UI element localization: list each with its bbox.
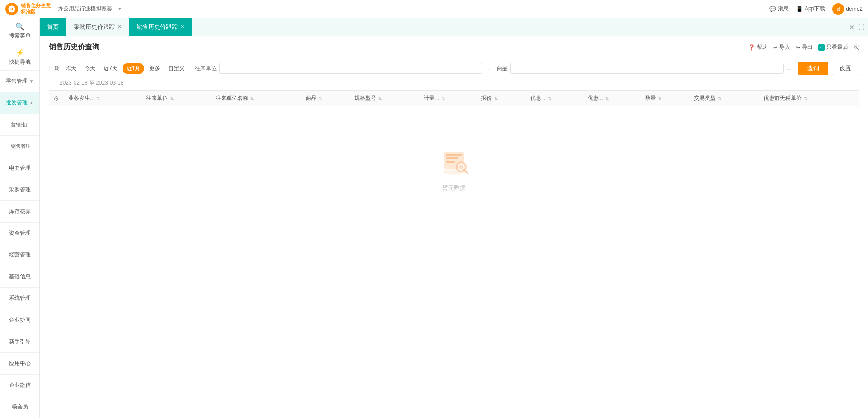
- date-btn-last7[interactable]: 近7天: [100, 63, 121, 74]
- goods-filter-label: 商品: [497, 65, 508, 72]
- help-btn[interactable]: ❓ 帮助: [748, 43, 768, 51]
- table-head: ⚙ 业务发生... ⇅ 往来单位 ⇅ 往来单位名称: [49, 91, 859, 106]
- th-unit[interactable]: 计量... ⇅: [419, 91, 476, 106]
- user-avatar: d: [832, 3, 844, 15]
- sort-arrows-pre-discount: ⇅: [804, 96, 807, 101]
- date-btn-last1m[interactable]: 近1月: [123, 63, 145, 74]
- sort-arrows-quoted: ⇅: [495, 96, 498, 101]
- th-discount1[interactable]: 优惠... ⇅: [526, 91, 583, 106]
- date-filter-btns: 昨天 今天 近7天 近1月 更多 自定义: [62, 63, 188, 74]
- data-table: ⚙ 业务发生... ⇅ 往来单位 ⇅ 往来单位名称: [49, 90, 859, 106]
- sidebar-item-quick-nav[interactable]: ⚡ 快捷导航: [0, 44, 39, 71]
- empty-text: 暂元数据: [442, 184, 466, 192]
- th-pre-discount-price[interactable]: 优惠前无税单价 ⇅: [759, 91, 859, 106]
- page-title: 销售历史价查询: [49, 43, 99, 52]
- th-trade-type[interactable]: 交易类型 ⇅: [689, 91, 759, 106]
- sidebar-item-finance[interactable]: 资金管理: [0, 223, 39, 244]
- sort-arrows-unit: ⇅: [442, 96, 445, 101]
- tab-purchase-history-close[interactable]: ✕: [118, 24, 122, 30]
- sidebar-item-inventory[interactable]: 库存核算: [0, 201, 39, 223]
- empty-svg: [436, 142, 472, 179]
- sidebar-item-system[interactable]: 系统管理: [0, 288, 39, 309]
- sidebar-item-wechat[interactable]: 企业微信: [0, 375, 39, 396]
- sidebar-item-sales-mgmt[interactable]: 销售管理: [0, 136, 39, 157]
- counterpart-input[interactable]: [219, 63, 482, 74]
- counterpart-filter-group: 往来单位 ...: [195, 63, 489, 74]
- date-range-text: 2023-02-18 至 2023-03-18: [60, 79, 123, 87]
- date-btn-more[interactable]: 更多: [146, 63, 163, 74]
- export-btn[interactable]: ↪ 导出: [796, 43, 813, 51]
- sidebar-item-marketing[interactable]: 营销推广: [0, 114, 39, 136]
- sort-arrows-counterpart: ⇅: [170, 96, 174, 101]
- tab-purchase-history[interactable]: 采购历史价跟踪 ✕: [66, 18, 129, 36]
- sidebar-item-ecommerce[interactable]: 电商管理: [0, 157, 39, 179]
- date-filter-label: 日期: [49, 65, 60, 72]
- date-filter-group: 日期 昨天 今天 近7天 近1月 更多 自定义: [49, 63, 188, 74]
- app-download-btn[interactable]: 📱 App下载: [796, 5, 825, 13]
- sidebar-item-app-center[interactable]: 应用中心: [0, 353, 39, 375]
- th-biz-date[interactable]: 业务发生... ⇅: [64, 91, 142, 106]
- tab-sales-history-close[interactable]: ✕: [180, 24, 184, 30]
- date-range-row: 2023-02-18 至 2023-03-18: [40, 79, 868, 90]
- table-container: ⚙ 业务发生... ⇅ 往来单位 ⇅ 往来单位名称: [40, 90, 868, 228]
- sidebar-item-retail[interactable]: 零售管理 ▼: [0, 71, 39, 92]
- goods-input[interactable]: [510, 63, 784, 74]
- tabs-bar: 首页 采购历史价跟踪 ✕ 销售历史价跟踪 ✕ ✕ ⛶: [40, 18, 868, 36]
- sort-arrows-discount2: ⇅: [605, 96, 609, 101]
- message-btn[interactable]: 💬 消息: [769, 5, 789, 13]
- top-bar: 销售佳好生意 标准版 办公用品行业模拟账套 ▼ 💬 消息 📱 App下载 d d…: [0, 0, 868, 18]
- app-title-dropdown[interactable]: ▼: [118, 6, 122, 11]
- th-quoted-price[interactable]: 报价 ⇅: [476, 91, 525, 106]
- main-layout: 🔍 搜索菜单 ⚡ 快捷导航 零售管理 ▼ 批发管理 ▲ 营销推广 销售管理 电商…: [0, 18, 868, 418]
- th-gear[interactable]: ⚙: [49, 91, 64, 106]
- logo-icon: [5, 3, 18, 15]
- empty-icon: [436, 142, 472, 179]
- sidebar-item-wholesale[interactable]: 批发管理 ▲: [0, 92, 39, 114]
- date-btn-yesterday[interactable]: 昨天: [62, 63, 80, 74]
- svg-rect-4: [446, 161, 455, 163]
- download-icon: 📱: [796, 6, 803, 12]
- sidebar-item-search-menu[interactable]: 🔍 搜索菜单: [0, 18, 39, 44]
- th-spec[interactable]: 规格型号 ⇅: [350, 91, 419, 106]
- query-btn[interactable]: 查询: [798, 62, 828, 75]
- sort-arrows-biz-date: ⇅: [97, 96, 100, 101]
- counterpart-dots[interactable]: ...: [485, 65, 490, 71]
- tab-home[interactable]: 首页: [40, 18, 66, 36]
- th-goods[interactable]: 商品 ⇅: [301, 91, 350, 106]
- th-counterpart[interactable]: 往来单位 ⇅: [142, 91, 211, 106]
- th-counterpart-name[interactable]: 往来单位名称 ⇅: [211, 91, 301, 106]
- top-bar-right: 💬 消息 📱 App下载 d demo2: [769, 3, 863, 15]
- tab-sales-history[interactable]: 销售历史价跟踪 ✕: [129, 18, 192, 36]
- tab-close-all-btn[interactable]: ✕: [849, 24, 854, 31]
- export-icon: ↪: [796, 44, 800, 51]
- settings-btn[interactable]: 设置: [832, 62, 859, 75]
- user-area[interactable]: d demo2: [832, 3, 863, 15]
- th-discount2[interactable]: 优惠... ⇅: [583, 91, 641, 106]
- table-header-row: ⚙ 业务发生... ⇅ 往来单位 ⇅ 往来单位名称: [49, 91, 859, 106]
- retail-arrow-icon: ▼: [29, 79, 34, 84]
- goods-filter-group: 商品 ...: [497, 63, 791, 74]
- message-icon: 💬: [769, 6, 776, 12]
- goods-dots[interactable]: ...: [787, 65, 791, 71]
- page-header-actions: ❓ 帮助 ↩ 导入 ↪ 导出 ✓ 只看最后一次: [748, 43, 859, 51]
- sidebar-item-basic-info[interactable]: 基础信息: [0, 266, 39, 288]
- app-title: 办公用品行业模拟账套: [58, 5, 112, 13]
- svg-point-8: [459, 165, 463, 169]
- sidebar: 🔍 搜索菜单 ⚡ 快捷导航 零售管理 ▼ 批发管理 ▲ 营销推广 销售管理 电商…: [0, 18, 40, 418]
- th-quantity[interactable]: 数量 ⇅: [641, 91, 689, 106]
- sidebar-item-guide[interactable]: 新手引导: [0, 331, 39, 353]
- only-last-area[interactable]: ✓ 只看最后一次: [818, 43, 859, 51]
- wholesale-arrow-icon: ▲: [29, 100, 34, 105]
- gear-icon[interactable]: ⚙: [53, 95, 59, 102]
- date-btn-custom[interactable]: 自定义: [165, 63, 188, 74]
- empty-state: 暂元数据: [49, 106, 859, 228]
- date-btn-today[interactable]: 今天: [81, 63, 99, 74]
- import-btn[interactable]: ↩ 导入: [773, 43, 790, 51]
- sort-arrows-goods: ⇅: [319, 96, 322, 101]
- only-last-checkbox[interactable]: ✓: [818, 44, 825, 51]
- sidebar-item-member[interactable]: 畅会员: [0, 396, 39, 418]
- sidebar-item-enterprise[interactable]: 企业协同: [0, 309, 39, 331]
- tab-expand-btn[interactable]: ⛶: [858, 24, 864, 31]
- sidebar-item-operations[interactable]: 经营管理: [0, 244, 39, 266]
- sidebar-item-purchase[interactable]: 采购管理: [0, 179, 39, 201]
